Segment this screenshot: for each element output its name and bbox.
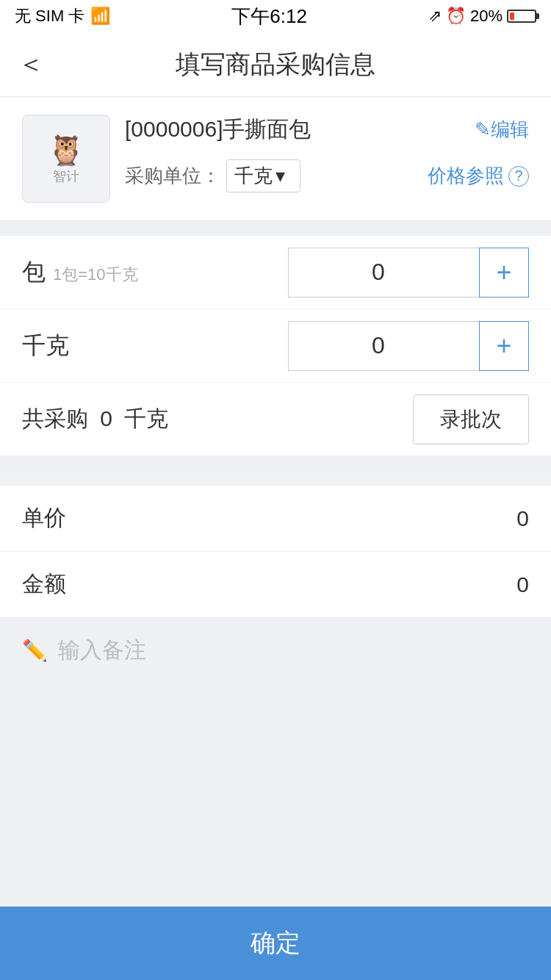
product-info-top: [0000006]手撕面包 ✎编辑 [125, 115, 529, 145]
status-bar: 无 SIM 卡 📶 下午6:12 ⇗ ⏰ 20% [0, 0, 551, 32]
input-section: 包 1包=10千克 + 千克 + 共采购 0 千克 录批次 [0, 236, 551, 456]
unit-value: 千克 [234, 163, 273, 189]
product-edit-button[interactable]: ✎编辑 [475, 117, 529, 143]
carrier-text: 无 SIM 卡 [15, 5, 84, 27]
battery-icon [507, 10, 536, 23]
unit-price-row: 单价 0 [0, 486, 551, 552]
bag-label: 包 1包=10千克 [22, 256, 138, 289]
status-bar-left: 无 SIM 卡 📶 [15, 5, 110, 27]
back-button[interactable]: ＜ [18, 46, 44, 82]
bag-sub-label: 1包=10千克 [53, 264, 138, 286]
total-amount: 0 [100, 406, 112, 430]
kg-label: 千克 [22, 330, 69, 362]
content-body [0, 683, 551, 904]
pencil-icon: ✏️ [22, 638, 48, 663]
amount-row: 金额 0 [0, 552, 551, 618]
alarm-icon: ⏰ [446, 7, 466, 26]
price-ref-icon: ? [508, 166, 529, 187]
section-divider-1 [0, 221, 551, 236]
price-section: 单价 0 金额 0 [0, 486, 551, 618]
section-divider-2 [0, 456, 551, 471]
bag-plus-button[interactable]: + [479, 248, 529, 298]
page-title: 填写商品采购信息 [176, 48, 375, 82]
confirm-button[interactable]: 确定 [0, 907, 551, 980]
battery-percent: 20% [470, 7, 503, 26]
kg-quantity-input[interactable] [288, 321, 479, 371]
total-label: 共采购 0 千克 [22, 404, 168, 434]
bag-input-group: + [288, 248, 529, 298]
note-placeholder: 输入备注 [58, 635, 146, 666]
product-card: 🦉 智计 [0000006]手撕面包 ✎编辑 采购单位： 千克 ▾ 价格参照 ? [0, 97, 551, 221]
wifi-icon: 📶 [90, 7, 110, 26]
kg-input-group: + [288, 321, 529, 371]
product-info: [0000006]手撕面包 ✎编辑 采购单位： 千克 ▾ 价格参照 ? [125, 115, 529, 192]
confirm-button-label: 确定 [251, 926, 300, 960]
nav-header: ＜ 填写商品采购信息 [0, 32, 551, 97]
dropdown-icon: ▾ [276, 165, 285, 187]
product-thumb-icon: 🦉 [48, 133, 84, 167]
record-batch-button[interactable]: 录批次 [413, 394, 529, 444]
status-bar-right: ⇗ ⏰ 20% [428, 7, 536, 26]
price-ref-label: 价格参照 [428, 163, 504, 189]
bag-input-row: 包 1包=10千克 + [0, 236, 551, 309]
unit-label: 采购单位： 千克 ▾ [125, 159, 300, 192]
location-icon: ⇗ [428, 7, 442, 26]
product-name: [0000006]手撕面包 [125, 115, 311, 145]
unit-select[interactable]: 千克 ▾ [226, 159, 300, 192]
price-ref-button[interactable]: 价格参照 ? [428, 163, 529, 189]
bag-quantity-input[interactable] [288, 248, 479, 298]
kg-plus-button[interactable]: + [479, 321, 529, 371]
note-section[interactable]: ✏️ 输入备注 [0, 618, 551, 683]
product-info-bottom: 采购单位： 千克 ▾ 价格参照 ? [125, 159, 529, 192]
amount-value: 0 [516, 572, 529, 597]
product-thumbnail: 🦉 智计 [22, 115, 110, 203]
amount-label: 金额 [22, 569, 66, 599]
product-thumb-label: 智计 [53, 167, 79, 185]
unit-price-value: 0 [516, 506, 529, 531]
kg-input-row: 千克 + [0, 309, 551, 383]
unit-price-label: 单价 [22, 503, 66, 533]
total-row: 共采购 0 千克 录批次 [0, 383, 551, 456]
status-bar-time: 下午6:12 [231, 4, 307, 29]
